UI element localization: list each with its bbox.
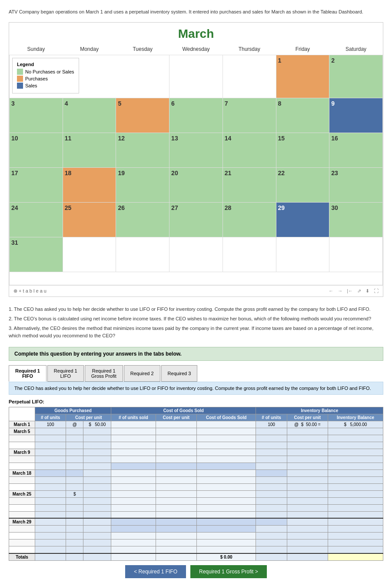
totals-cpu[interactable] — [156, 553, 196, 561]
input-m5-2-cpu[interactable] — [156, 435, 196, 442]
nav-next-button[interactable]: Required 1 Gross Profit > — [190, 565, 267, 578]
input-m29-4-cpu[interactable] — [156, 539, 196, 546]
input-m29-1-iu[interactable] — [256, 518, 287, 526]
input-m29-5-units[interactable] — [35, 546, 66, 553]
input-m25-2-ib[interactable] — [328, 497, 383, 504]
input-m18-1-ib[interactable] — [328, 469, 383, 476]
input-m25-3-cost[interactable] — [83, 504, 111, 511]
input-m18-2-iu[interactable] — [256, 476, 287, 483]
input-m18-2-ic[interactable] — [287, 476, 328, 483]
input-m29-2-ic[interactable] — [287, 526, 328, 533]
input-m29-2-ib[interactable] — [328, 526, 383, 533]
input-m18-3-ic[interactable] — [287, 483, 328, 490]
input-m25-1-iu[interactable] — [256, 490, 287, 497]
input-m18-3-us[interactable] — [111, 483, 156, 490]
input-m25-4-cogs[interactable] — [196, 511, 256, 518]
input-m18-3-cogs[interactable] — [196, 483, 256, 490]
input-m5-3-cpu[interactable] — [156, 442, 196, 449]
input-m25-2-us[interactable] — [111, 497, 156, 504]
tab-required1-gross-profit[interactable]: Required 1Gross Profit — [85, 365, 123, 382]
input-m25-1-ic[interactable] — [287, 490, 328, 497]
input-m18-2-cost[interactable] — [83, 476, 111, 483]
input-m9-3-cpu[interactable] — [156, 463, 196, 469]
nav-prev-button[interactable]: < Required 1 FIFO — [125, 565, 186, 578]
input-m9-2-us[interactable] — [111, 456, 156, 463]
input-m29-4-ic[interactable] — [287, 539, 328, 546]
input-m9-3-cost[interactable] — [83, 463, 111, 469]
input-m29-1-cost[interactable] — [83, 518, 111, 526]
input-m29-3-ic[interactable] — [287, 533, 328, 539]
input-m25-4-us[interactable] — [111, 511, 156, 518]
input-m5-1-ib[interactable] — [328, 428, 383, 435]
input-m5-3-ib[interactable] — [328, 442, 383, 449]
input-m9-2-cpu[interactable] — [156, 456, 196, 463]
input-m9-1-cogs[interactable] — [196, 449, 256, 456]
tab-required1-fifo[interactable]: Required 1FIFO — [9, 365, 47, 382]
input-m29-5-ib[interactable] — [328, 546, 383, 553]
input-m9-1-units[interactable] — [35, 449, 66, 456]
input-m9-2-cost[interactable] — [83, 456, 111, 463]
input-march1-cost[interactable]: $ 50.00 — [83, 421, 111, 428]
input-m18-2-cogs[interactable] — [196, 476, 256, 483]
input-m25-1-units[interactable] — [35, 490, 66, 497]
input-m9-1-us[interactable] — [111, 449, 156, 456]
input-m5-1-ic[interactable] — [287, 428, 328, 435]
input-march1-cost2[interactable] — [156, 421, 196, 428]
input-m5-3-cost[interactable] — [83, 442, 111, 449]
nav-forward-icon[interactable]: → — [338, 288, 342, 294]
input-m5-2-ib[interactable] — [328, 435, 383, 442]
input-m9-3-cogs[interactable] — [196, 463, 256, 469]
input-m29-3-us[interactable] — [111, 533, 156, 539]
input-m18-1-iu[interactable] — [256, 469, 287, 476]
nav-download-icon[interactable]: ⬇ — [365, 288, 369, 294]
input-m29-2-cost[interactable] — [83, 526, 111, 533]
input-m18-2-units[interactable] — [35, 476, 66, 483]
input-m29-1-cpu[interactable] — [156, 518, 196, 526]
input-march1-cogs[interactable] — [196, 421, 256, 428]
nav-fullscreen-icon[interactable]: ⛶ — [374, 288, 379, 294]
input-m25-2-units[interactable] — [35, 497, 66, 504]
tab-required2[interactable]: Required 2 — [124, 365, 160, 382]
input-m9-2-ic[interactable] — [287, 456, 328, 463]
totals-cogs[interactable]: $ 0.00 — [196, 553, 256, 561]
input-m9-3-us[interactable] — [111, 463, 156, 469]
input-m9-1-ic[interactable] — [287, 449, 328, 456]
input-m18-1-us[interactable] — [111, 469, 156, 476]
input-m29-2-units[interactable] — [35, 526, 66, 533]
input-m18-3-units[interactable] — [35, 483, 66, 490]
input-m25-1-cost[interactable] — [83, 490, 111, 497]
nav-first-icon[interactable]: |← — [347, 288, 353, 294]
input-m9-2-ib[interactable] — [328, 456, 383, 463]
nav-share-icon[interactable]: ⇗ — [357, 288, 361, 294]
input-m5-1-units[interactable] — [35, 428, 66, 435]
input-m25-2-iu[interactable] — [256, 497, 287, 504]
input-m29-4-units[interactable] — [35, 539, 66, 546]
input-m5-3-cogs[interactable] — [196, 442, 256, 449]
input-m18-1-units[interactable] — [35, 469, 66, 476]
input-m5-2-us[interactable] — [111, 435, 156, 442]
input-m9-1-cost[interactable] — [83, 449, 111, 456]
input-m29-3-cogs[interactable] — [196, 533, 256, 539]
input-m18-2-ib[interactable] — [328, 476, 383, 483]
input-m25-4-units[interactable] — [35, 511, 66, 518]
totals-inv-balance[interactable] — [328, 553, 383, 561]
input-m29-5-cpu[interactable] — [156, 546, 196, 553]
input-m5-1-cogs[interactable] — [196, 428, 256, 435]
tabs-row[interactable]: Required 1FIFO Required 1LIFO Required 1… — [9, 365, 383, 382]
input-m5-1-us[interactable] — [111, 428, 156, 435]
input-m29-5-ic[interactable] — [287, 546, 328, 553]
input-m29-1-ib[interactable] — [328, 518, 383, 526]
input-m9-3-units[interactable] — [35, 463, 66, 469]
nav-back-icon[interactable]: ← — [329, 288, 333, 294]
input-m18-1-cpu[interactable] — [156, 469, 196, 476]
input-m9-3-ic[interactable] — [287, 463, 328, 469]
input-m25-4-ib[interactable] — [328, 511, 383, 518]
input-m29-2-cogs[interactable] — [196, 526, 256, 533]
input-m5-2-ic[interactable] — [287, 435, 328, 442]
input-m9-2-cogs[interactable] — [196, 456, 256, 463]
input-m25-3-cogs[interactable] — [196, 504, 256, 511]
tableau-nav[interactable]: ← → |← ⇗ ⬇ ⛶ — [329, 288, 379, 294]
input-m29-3-units[interactable] — [35, 533, 66, 539]
input-m25-4-cpu[interactable] — [156, 511, 196, 518]
input-m5-3-ic[interactable] — [287, 442, 328, 449]
